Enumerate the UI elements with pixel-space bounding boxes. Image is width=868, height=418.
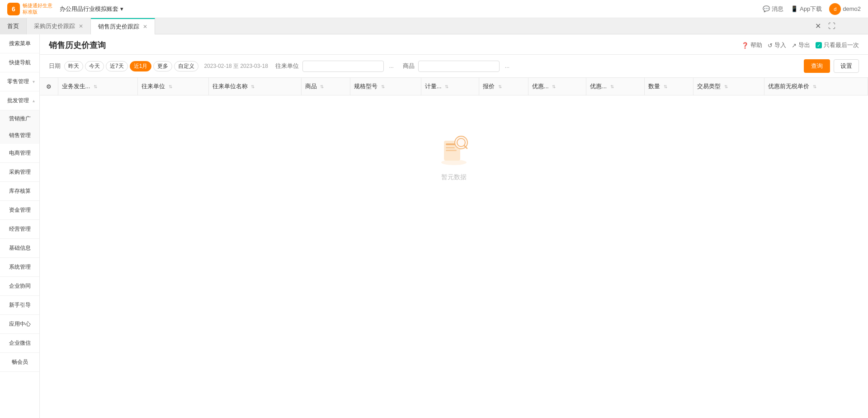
app-download-button[interactable]: 📱 App下载 [791, 5, 822, 13]
message-button[interactable]: 💬 消息 [763, 5, 783, 13]
sidebar-item-sales-mgmt[interactable]: 销售管理 [0, 127, 39, 144]
table-header: ⚙ 业务发生... ⇅ 往来单位 ⇅ 往来单位名称 ⇅ 商品 ⇅ 规格型号 ⇅ … [40, 78, 868, 95]
import-icon: ↺ [768, 42, 773, 49]
th-qty[interactable]: 数量 ⇅ [644, 78, 693, 95]
tab-sales-close-icon[interactable]: ✕ [143, 24, 147, 30]
tab-sales-history[interactable]: 销售历史价跟踪 ✕ [91, 18, 155, 34]
sidebar-item-ecommerce[interactable]: 电商管理 [0, 144, 39, 163]
help-button[interactable]: ❓ 帮助 [741, 41, 762, 49]
sidebar-item-finance[interactable]: 资金管理 [0, 201, 39, 220]
system-label: 系统管理 [9, 263, 31, 271]
tab-home[interactable]: 首页 [0, 18, 27, 34]
quick-nav-label: 快捷导航 [9, 59, 31, 66]
partner-dots[interactable]: ... [387, 63, 396, 69]
tab-purchase-close-icon[interactable]: ✕ [79, 23, 83, 29]
date-btn-custom[interactable]: 自定义 [174, 61, 198, 71]
sidebar-item-guide[interactable]: 新手引导 [0, 296, 39, 315]
message-icon: 💬 [763, 5, 770, 12]
goods-input[interactable] [418, 61, 500, 72]
date-btn-today[interactable]: 今天 [85, 61, 104, 71]
goods-filter-label: 商品 [403, 62, 415, 70]
query-button[interactable]: 查询 [804, 59, 830, 73]
inventory-label: 库存核算 [9, 187, 31, 195]
sidebar-item-purchase-mgmt[interactable]: 采购管理 [0, 163, 39, 182]
th-spec[interactable]: 规格型号 ⇅ [350, 78, 421, 95]
date-filter-label: 日期 [49, 62, 61, 70]
date-options: 昨天 今天 近7天 近1月 更多 自定义 [64, 61, 198, 71]
th-notax-price[interactable]: 优惠前无税单价 ⇅ [764, 78, 868, 95]
date-btn-7days[interactable]: 近7天 [106, 61, 128, 71]
filter-actions-row: 查询 设置 [804, 59, 859, 73]
sidebar-item-marketing[interactable]: 营销推广 [0, 110, 39, 127]
tab-home-label: 首页 [7, 22, 19, 30]
date-btn-1month[interactable]: 近1月 [130, 61, 152, 71]
tab-purchase-history-label: 采购历史价跟踪 [34, 22, 75, 30]
date-btn-yesterday[interactable]: 昨天 [64, 61, 83, 71]
date-range-display: 2023-02-18 至 2023-03-18 [204, 62, 268, 70]
sidebar-item-enterprise[interactable]: 企业协同 [0, 277, 39, 296]
th-gear[interactable]: ⚙ [40, 78, 58, 95]
main: 搜索菜单 快捷导航 零售管理 ▾ 批发管理 ▴ 营销推广 销售管理 电商管理 采… [0, 34, 868, 418]
marketing-label: 营销推广 [9, 115, 31, 123]
enterprise-wx-label: 企业微信 [9, 339, 31, 347]
goods-dots[interactable]: ... [503, 63, 511, 69]
export-icon: ↗ [792, 42, 797, 49]
logo-icon: 6 [7, 3, 20, 15]
topbar-right: 💬 消息 📱 App下载 d demo2 [763, 3, 861, 15]
sidebar-item-member[interactable]: 畅会员 [0, 353, 39, 372]
filter-bar: 日期 昨天 今天 近7天 近1月 更多 自定义 2023-02-18 至 202… [40, 55, 868, 78]
tab-close-all-button[interactable]: ✕ [813, 20, 823, 32]
export-button[interactable]: ↗ 导出 [792, 41, 810, 49]
settings-button[interactable]: 设置 [834, 59, 859, 73]
sidebar-item-enterprise-wx[interactable]: 企业微信 [0, 334, 39, 353]
svg-rect-4 [446, 150, 457, 151]
page-title: 销售历史价查询 [49, 40, 106, 51]
import-button[interactable]: ↺ 导入 [768, 41, 786, 49]
th-discount1[interactable]: 优惠... ⇅ [528, 78, 586, 95]
sidebar-item-search-menu[interactable]: 搜索菜单 [0, 34, 39, 53]
sidebar-item-app-center[interactable]: 应用中心 [0, 315, 39, 334]
sidebar-item-basic-info[interactable]: 基础信息 [0, 239, 39, 258]
app-center-label: 应用中心 [9, 320, 31, 328]
app-selector[interactable]: 办公用品行业模拟账套 ▾ [56, 3, 127, 15]
sidebar-item-system[interactable]: 系统管理 [0, 258, 39, 277]
sidebar-item-operations[interactable]: 经营管理 [0, 220, 39, 239]
sidebar-item-quick-nav[interactable]: 快捷导航 [0, 53, 39, 72]
app-name-label: 办公用品行业模拟账套 [60, 5, 118, 13]
th-unit[interactable]: 计量... ⇅ [421, 78, 479, 95]
th-quote[interactable]: 报价 ⇅ [479, 78, 528, 95]
table-container: ⚙ 业务发生... ⇅ 往来单位 ⇅ 往来单位名称 ⇅ 商品 ⇅ 规格型号 ⇅ … [40, 78, 868, 418]
tab-maximize-button[interactable]: ⛶ [826, 20, 837, 32]
logo-text: 畅捷通好生意 标准版 [23, 3, 52, 14]
basic-info-label: 基础信息 [9, 244, 31, 252]
tabbar-actions: ✕ ⛶ [813, 20, 841, 32]
page-area: 销售历史价查询 ❓ 帮助 ↺ 导入 ↗ 导出 ✓ 只看最后一次 [40, 34, 868, 418]
date-btn-more[interactable]: 更多 [153, 61, 172, 71]
finance-label: 资金管理 [9, 206, 31, 214]
page-header-actions: ❓ 帮助 ↺ 导入 ↗ 导出 ✓ 只看最后一次 [741, 41, 859, 49]
operations-label: 经营管理 [9, 225, 31, 233]
sidebar-item-retail-mgmt[interactable]: 零售管理 ▾ [0, 72, 39, 91]
sidebar-item-wholesale-mgmt[interactable]: 批发管理 ▴ [0, 91, 39, 110]
th-biz-date[interactable]: 业务发生... ⇅ [58, 78, 138, 95]
tabbar: 首页 采购历史价跟踪 ✕ 销售历史价跟踪 ✕ ✕ ⛶ [0, 18, 868, 34]
sidebar-item-inventory[interactable]: 库存核算 [0, 182, 39, 201]
empty-text: 暂元数据 [441, 173, 467, 181]
th-trade-type[interactable]: 交易类型 ⇅ [693, 78, 764, 95]
ecommerce-label: 电商管理 [9, 149, 31, 157]
goods-filter-group: 商品 ... [403, 61, 511, 72]
topbar-left: 6 畅捷通好生意 标准版 办公用品行业模拟账套 ▾ [7, 3, 127, 15]
logo-area: 6 畅捷通好生意 标准版 [7, 3, 52, 15]
purchase-mgmt-label: 采购管理 [9, 168, 31, 176]
retail-mgmt-label: 零售管理 [5, 78, 32, 86]
download-icon: 📱 [791, 5, 798, 12]
partner-input[interactable] [302, 61, 384, 72]
th-partner-name[interactable]: 往来单位名称 ⇅ [208, 78, 301, 95]
th-discount2[interactable]: 优惠... ⇅ [586, 78, 645, 95]
th-goods[interactable]: 商品 ⇅ [301, 78, 350, 95]
tab-purchase-history[interactable]: 采购历史价跟踪 ✕ [27, 18, 91, 34]
topbar: 6 畅捷通好生意 标准版 办公用品行业模拟账套 ▾ 💬 消息 📱 App下载 d… [0, 0, 868, 18]
only-last-checkbox[interactable]: ✓ 只看最后一次 [816, 41, 859, 49]
th-partner-code[interactable]: 往来单位 ⇅ [138, 78, 209, 95]
user-profile[interactable]: d demo2 [829, 3, 861, 15]
